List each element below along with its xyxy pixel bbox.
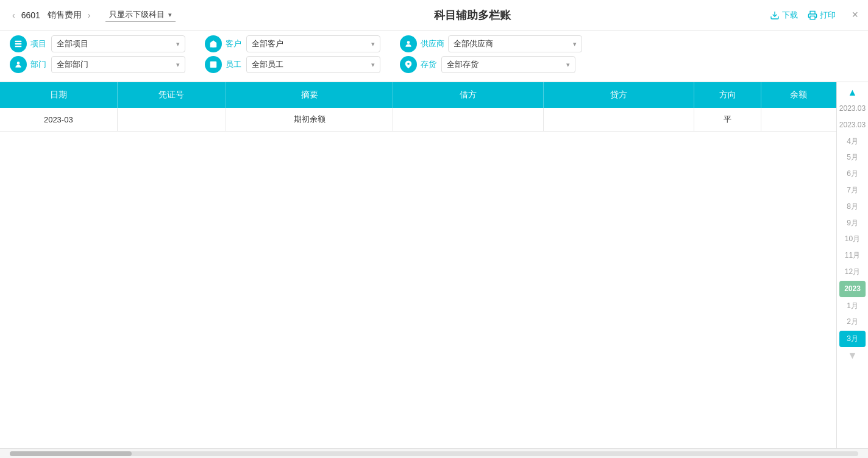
svg-point-5 (407, 41, 410, 44)
supplier-value: 全部供应商 (454, 38, 493, 49)
table-row: 2023-03 期初余额 平 (0, 108, 836, 132)
sidebar-period-sep[interactable]: 9月 (837, 215, 868, 231)
employee-filter-item: 员工 全部员工 ▾ (205, 56, 380, 73)
supplier-arrow: ▾ (573, 40, 577, 48)
ledger-table: 日期 凭证号 摘要 借方 贷方 方向 余额 2023-03 期初余额 (0, 82, 836, 132)
dept-value: 全部部门 (57, 59, 88, 70)
print-label: 打印 (820, 10, 836, 21)
sidebar-period-aug[interactable]: 8月 (837, 199, 868, 215)
cell-voucher (117, 108, 226, 132)
col-header-direction: 方向 (694, 82, 761, 108)
period-sidebar: ▲ 2023.03 2023.03 4月 5月 6月 7月 8月 9月 10月 … (836, 82, 868, 448)
next-arrow[interactable]: › (85, 10, 93, 20)
filter-area: 项目 全部项目 ▾ 客户 全部客户 ▾ (0, 30, 868, 82)
sidebar-down-button[interactable]: ▼ (837, 348, 868, 364)
download-label: 下载 (782, 10, 798, 21)
page-title: 科目辅助多栏账 (176, 8, 770, 23)
sidebar-period-feb[interactable]: 2月 (837, 314, 868, 330)
dept-select[interactable]: 全部部门 ▾ (51, 56, 185, 73)
supplier-select[interactable]: 全部供应商 ▾ (448, 35, 582, 52)
cell-date: 2023-03 (0, 108, 117, 132)
inventory-label: 存货 (421, 59, 438, 70)
download-icon (770, 10, 780, 20)
sidebar-period-mar-active[interactable]: 3月 (839, 331, 866, 347)
sidebar-period-apr[interactable]: 4月 (837, 133, 868, 150)
cell-direction: 平 (694, 108, 761, 132)
customer-value: 全部客户 (252, 38, 283, 49)
project-value: 全部项目 (57, 38, 88, 49)
close-button[interactable]: × (852, 9, 858, 21)
download-button[interactable]: 下载 (770, 10, 798, 21)
svg-point-8 (407, 63, 410, 65)
customer-filter-item: 客户 全部客户 ▾ (205, 35, 380, 52)
employee-icon (205, 56, 222, 73)
main-content: 日期 凭证号 摘要 借方 贷方 方向 余额 2023-03 期初余额 (0, 82, 836, 448)
cell-debit (393, 108, 544, 132)
col-header-summary: 摘要 (226, 82, 393, 108)
svg-rect-3 (15, 43, 22, 44)
customer-label: 客户 (226, 38, 243, 49)
project-label: 项目 (30, 38, 48, 49)
account-code: 6601 (21, 10, 40, 20)
svg-rect-1 (810, 16, 815, 19)
project-filter-item: 项目 全部项目 ▾ (10, 35, 185, 52)
inventory-select[interactable]: 全部存货 ▾ (441, 56, 575, 73)
inventory-filter-item: 存货 全部存货 ▾ (400, 56, 575, 73)
customer-select[interactable]: 全部客户 ▾ (246, 35, 380, 52)
project-select[interactable]: 全部项目 ▾ (51, 35, 185, 52)
sidebar-period-oct[interactable]: 10月 (837, 231, 868, 247)
employee-label: 员工 (226, 59, 243, 70)
col-header-debit: 借方 (393, 82, 544, 108)
cell-balance (761, 108, 836, 132)
inventory-arrow: ▾ (566, 61, 570, 69)
sidebar-period-jun[interactable]: 6月 (837, 166, 868, 182)
svg-point-6 (17, 62, 20, 65)
col-header-voucher: 凭证号 (117, 82, 226, 108)
sidebar-period-may[interactable]: 5月 (837, 149, 868, 166)
sub-account-filter[interactable]: 只显示下级科目 ▾ (105, 8, 176, 22)
sub-account-arrow: ▾ (168, 11, 172, 19)
sidebar-period-jul[interactable]: 7月 (837, 182, 868, 199)
print-button[interactable]: 打印 (808, 10, 836, 21)
scrollbar-thumb[interactable] (10, 451, 132, 456)
sidebar-period-jan[interactable]: 1月 (837, 298, 868, 314)
inventory-value: 全部存货 (447, 59, 478, 70)
project-arrow: ▾ (176, 40, 180, 48)
sidebar-period-2023-03-top[interactable]: 2023.03 (837, 100, 868, 117)
sidebar-period-nov[interactable]: 11月 (837, 247, 868, 264)
sub-account-label: 只显示下级科目 (109, 9, 165, 20)
project-icon (10, 35, 27, 52)
employee-select[interactable]: 全部员工 ▾ (246, 56, 380, 73)
prev-arrow[interactable]: ‹ (10, 10, 18, 20)
sidebar-period-dec[interactable]: 12月 (837, 264, 868, 280)
col-header-credit: 贷方 (544, 82, 694, 108)
cell-credit (544, 108, 694, 132)
dept-arrow: ▾ (176, 61, 180, 69)
dept-icon (10, 56, 27, 73)
dept-filter-item: 部门 全部部门 ▾ (10, 56, 185, 73)
sidebar-up-button[interactable]: ▲ (837, 85, 868, 100)
scrollbar-track (10, 451, 858, 456)
sidebar-year-2023[interactable]: 2023 (839, 281, 866, 297)
col-header-balance: 余额 (761, 82, 836, 108)
customer-icon (205, 35, 222, 52)
account-name: 销售费用 (48, 10, 82, 21)
employee-value: 全部员工 (252, 59, 283, 70)
inventory-icon (400, 56, 417, 73)
col-header-date: 日期 (0, 82, 117, 108)
svg-rect-4 (15, 46, 22, 47)
supplier-filter-item: 供应商 全部供应商 ▾ (400, 35, 582, 52)
sidebar-period-2023-03[interactable]: 2023.03 (837, 117, 868, 133)
supplier-label: 供应商 (421, 38, 444, 49)
customer-arrow: ▾ (371, 40, 375, 48)
dept-label: 部门 (30, 59, 48, 70)
svg-rect-2 (15, 41, 22, 42)
print-icon (808, 10, 817, 20)
horizontal-scrollbar[interactable] (0, 448, 868, 458)
supplier-icon (400, 35, 417, 52)
cell-summary: 期初余额 (226, 108, 393, 132)
employee-arrow: ▾ (371, 61, 375, 69)
